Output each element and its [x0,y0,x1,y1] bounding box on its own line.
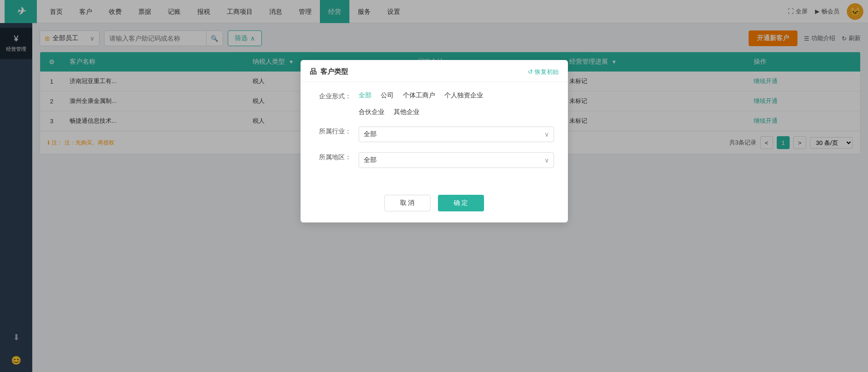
region-arrow-icon: ∨ [544,156,549,164]
industry-form-row: 所属行业： 全部 ∨ [314,126,554,142]
confirm-button[interactable]: 确 定 [438,195,484,211]
enterprise-type-4[interactable]: 合伙企业 [359,108,384,116]
region-content: 全部 ∨ [359,152,554,168]
enterprise-type-1[interactable]: 公司 [381,91,394,100]
modal-footer: 取 消 确 定 [301,187,568,222]
region-value: 全部 [364,156,377,164]
industry-select[interactable]: 全部 ∨ [359,126,554,142]
modal-title-text: 客户类型 [320,67,348,76]
enterprise-type-5[interactable]: 其他企业 [394,108,419,116]
modal-body: 企业形式： 全部公司个体工商户个人独资企业合伙企业其他企业 所属行业： 全部 ∨… [301,82,568,187]
industry-value: 全部 [364,130,377,138]
modal-reset-button[interactable]: ↺ 恢复初始 [528,68,559,76]
modal-header: 品 客户类型 ↺ 恢复初始 [301,60,568,82]
cancel-button[interactable]: 取 消 [384,195,431,211]
enterprise-types-container: 全部公司个体工商户个人独资企业合伙企业其他企业 [359,91,554,116]
enterprise-types-content: 全部公司个体工商户个人独资企业合伙企业其他企业 [359,91,554,116]
enterprise-type-2[interactable]: 个体工商户 [403,91,435,100]
enterprise-form-row: 企业形式： 全部公司个体工商户个人独资企业合伙企业其他企业 [314,91,554,116]
reset-icon: ↺ [528,68,533,75]
industry-arrow-icon: ∨ [544,131,549,138]
modal-title: 品 客户类型 [310,67,348,76]
modal-overlay: 品 客户类型 ↺ 恢复初始 企业形式： 全部公司个体工商户个人独资企业合伙企业其… [0,0,868,372]
enterprise-type-0[interactable]: 全部 [359,91,372,100]
region-select[interactable]: 全部 ∨ [359,152,554,168]
enterprise-form-label: 企业形式： [314,91,351,101]
region-label: 所属地区： [314,152,351,162]
industry-label: 所属行业： [314,126,351,136]
modal-title-icon: 品 [310,67,317,76]
reset-label: 恢复初始 [535,68,559,76]
enterprise-type-3[interactable]: 个人独资企业 [444,91,483,100]
filter-modal: 品 客户类型 ↺ 恢复初始 企业形式： 全部公司个体工商户个人独资企业合伙企业其… [301,60,568,222]
industry-content: 全部 ∨ [359,126,554,142]
region-form-row: 所属地区： 全部 ∨ [314,152,554,168]
